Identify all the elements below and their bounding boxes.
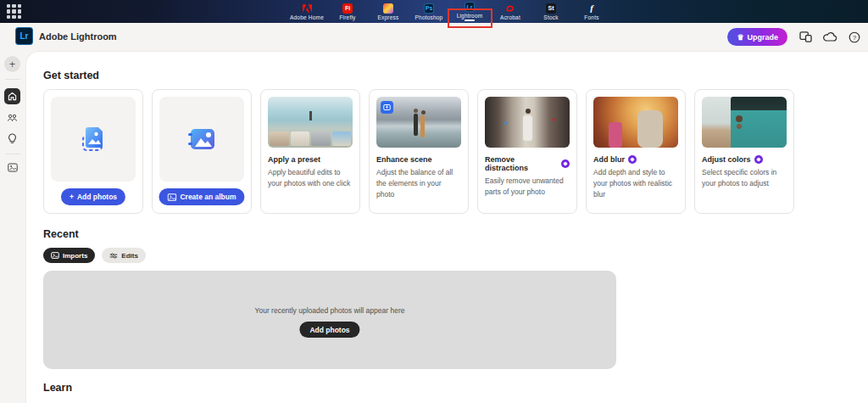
card-apply-preset[interactable]: Apply a preset Apply beautiful edits to … <box>260 89 360 214</box>
auto-enhance-icon <box>381 101 393 114</box>
devices-sync-icon[interactable] <box>798 31 812 44</box>
create-album-button[interactable]: Create an album <box>159 188 244 205</box>
empty-add-photos-button[interactable]: Add photos <box>299 322 359 338</box>
photos-icon <box>8 160 18 176</box>
recent-heading: Recent <box>43 228 79 240</box>
card-adjust-colors[interactable]: Adjust colors Select specific colors in … <box>694 89 794 214</box>
card-title: Adjust colors <box>702 155 787 164</box>
upgrade-button[interactable]: ♛ Upgrade <box>727 28 787 46</box>
app-label: Photoshop <box>415 14 443 20</box>
app-stock[interactable]: St Stock <box>531 0 571 23</box>
svg-text:?: ? <box>853 33 856 41</box>
lightroom-header: Lr Adobe Lightroom ♛ Upgrade ? <box>0 23 868 51</box>
left-sidebar: + <box>0 51 25 403</box>
get-started-heading: Get started <box>43 70 99 81</box>
app-shortcuts: Adobe Home Fi Firefly Express Ps Photosh… <box>287 0 612 23</box>
card-description: Easily remove unwanted parts of your pho… <box>485 176 570 198</box>
app-fonts[interactable]: f Fonts <box>571 0 612 23</box>
album-icon <box>167 193 176 201</box>
adjust-colors-image <box>702 97 787 148</box>
filter-edits[interactable]: Edits <box>102 248 146 263</box>
get-started-cards: + Add photos Create an album <box>43 89 794 214</box>
card-title: Enhance scene <box>376 155 461 164</box>
create-album-illustration <box>159 97 244 182</box>
plus-icon: + <box>70 193 74 201</box>
adobe-home-icon <box>302 3 312 14</box>
recent-filters: Imports Edits <box>43 248 146 263</box>
help-icon[interactable]: ? <box>848 31 861 44</box>
sidebar-divider <box>5 79 20 80</box>
enhance-scene-image <box>376 97 461 148</box>
app-label: Fonts <box>584 14 598 20</box>
card-title: Remove distractions <box>485 155 570 172</box>
app-lightroom[interactable]: Lr Lightroom <box>449 0 490 23</box>
card-create-album[interactable]: Create an album <box>152 89 252 214</box>
card-enhance-scene[interactable]: Enhance scene Adjust the balance of all … <box>369 89 469 214</box>
empty-state-text: Your recently uploaded photos will appea… <box>43 306 616 315</box>
app-label: Lightroom <box>457 13 483 21</box>
filter-imports[interactable]: Imports <box>43 248 95 263</box>
card-description: Adjust the balance of all the elements i… <box>376 167 461 201</box>
lightroom-icon: Lr <box>465 2 475 12</box>
app-label: Adobe Home <box>290 14 324 20</box>
imports-icon <box>51 252 59 259</box>
sidebar-item-home[interactable] <box>4 88 20 104</box>
app-express[interactable]: Express <box>368 0 409 23</box>
sidebar-item-community[interactable] <box>4 110 20 126</box>
create-album-icon <box>185 125 219 154</box>
card-description: Apply beautiful edits to your photos wit… <box>268 167 353 189</box>
card-add-photos[interactable]: + Add photos <box>43 89 143 214</box>
cloud-status-icon[interactable] <box>823 31 837 44</box>
stock-icon: St <box>546 3 556 14</box>
page-title: Adobe Lightroom <box>39 31 117 42</box>
fonts-icon: f <box>587 3 597 14</box>
adobe-app-switcher-bar: Adobe Home Fi Firefly Express Ps Photosh… <box>0 0 868 23</box>
sidebar-item-learn[interactable] <box>4 132 20 148</box>
app-label: Express <box>378 14 399 20</box>
app-photoshop[interactable]: Ps Photoshop <box>409 0 449 23</box>
remove-distractions-image <box>485 97 570 148</box>
sidebar-divider <box>5 154 20 154</box>
app-label: Firefly <box>339 14 355 20</box>
app-acrobat[interactable]: Acrobat <box>490 0 531 23</box>
crown-icon: ♛ <box>737 33 743 42</box>
add-photos-illustration <box>51 97 136 182</box>
add-photos-icon <box>78 124 108 154</box>
app-grid-menu-icon[interactable] <box>7 4 21 19</box>
photoshop-icon: Ps <box>424 3 434 14</box>
lightbulb-icon <box>8 132 17 148</box>
main-content-panel: Get started + Add photos <box>25 51 868 403</box>
card-title: Add blur <box>593 155 678 164</box>
card-remove-distractions[interactable]: Remove distractions Easily remove unwant… <box>477 89 577 214</box>
premium-icon <box>628 155 637 164</box>
add-button[interactable]: + <box>4 56 20 72</box>
app-label: Stock <box>543 14 558 20</box>
premium-icon <box>754 155 763 164</box>
card-title: Apply a preset <box>268 155 353 164</box>
firefly-icon: Fi <box>342 3 353 14</box>
sidebar-item-photos[interactable] <box>4 160 20 176</box>
premium-icon <box>561 160 570 168</box>
express-icon <box>383 3 393 14</box>
app-adobe-home[interactable]: Adobe Home <box>287 0 327 23</box>
preset-thumbnails <box>270 132 351 146</box>
add-photos-button[interactable]: + Add photos <box>61 188 125 205</box>
sliders-icon <box>109 252 118 260</box>
card-description: Add depth and style to your photos with … <box>593 167 678 201</box>
learn-heading: Learn <box>43 382 72 394</box>
recent-empty-state: Your recently uploaded photos will appea… <box>43 271 616 369</box>
apply-preset-image <box>268 97 353 148</box>
lightroom-logo: Lr <box>15 27 33 45</box>
app-label: Acrobat <box>500 14 520 20</box>
home-icon <box>8 89 17 104</box>
card-description: Select specific colors in your photos to… <box>702 167 787 189</box>
card-add-blur[interactable]: Add blur Add depth and style to your pho… <box>586 89 686 214</box>
add-blur-image <box>593 97 678 148</box>
app-firefly[interactable]: Fi Firefly <box>327 0 368 23</box>
community-icon <box>7 111 18 126</box>
acrobat-icon <box>505 3 515 14</box>
